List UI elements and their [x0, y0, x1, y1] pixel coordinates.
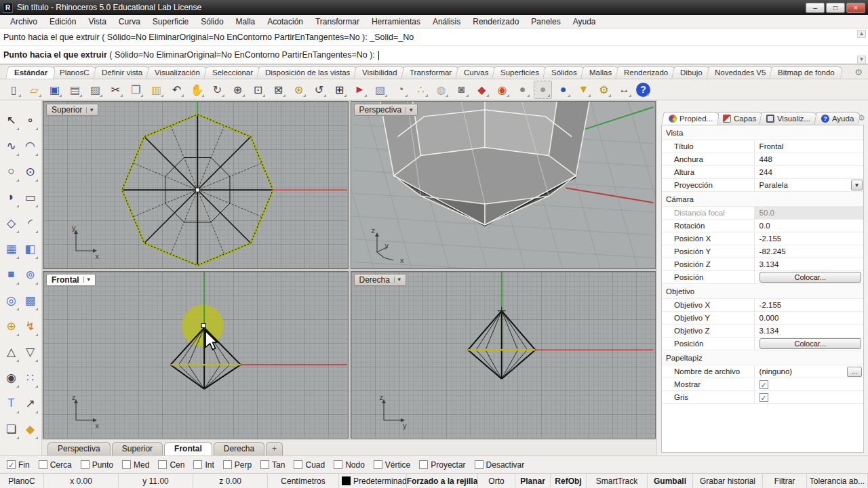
toolbar-tab[interactable]: Mallas: [580, 66, 620, 79]
chevron-down-icon[interactable]: ▼: [83, 277, 94, 283]
objetivo-x-value[interactable]: -2.155: [755, 299, 863, 311]
osnap-item[interactable]: Nodo: [334, 460, 365, 470]
statusbar-cell[interactable]: Predeterminada: [339, 474, 407, 488]
osnap-checkbox[interactable]: [419, 460, 428, 469]
gears-icon[interactable]: ⚙: [595, 81, 612, 98]
fillet-curve-icon[interactable]: ◜: [21, 210, 40, 236]
toolbar-tab[interactable]: Disposición de las vistas: [256, 66, 359, 79]
toolbar-tab[interactable]: Renderizado: [615, 66, 677, 79]
toolbar-tab[interactable]: Definir vista: [93, 66, 151, 79]
menu-item[interactable]: Renderizado: [467, 16, 525, 28]
browse-button[interactable]: ...: [847, 367, 862, 377]
viewport-frontal-label[interactable]: Frontal▼: [46, 274, 96, 286]
color-wheel-icon[interactable]: ◉: [494, 81, 511, 98]
toolbar-tab[interactable]: Curvas: [455, 66, 497, 79]
viewport-frontal[interactable]: Frontal▼: [43, 271, 349, 439]
text-icon[interactable]: T: [2, 390, 21, 416]
osnap-item[interactable]: Fin: [7, 460, 30, 470]
scroll-up-icon[interactable]: ▲: [857, 30, 866, 38]
gris-checkbox[interactable]: [760, 393, 768, 402]
rotate-view-icon[interactable]: ↻: [209, 81, 226, 98]
osnap-item[interactable]: Cuad: [294, 460, 325, 470]
undo-icon[interactable]: ↶: [168, 81, 185, 98]
close-button[interactable]: ×: [846, 3, 865, 13]
archivo-value[interactable]: (ninguno)...: [755, 365, 863, 378]
blend-icon[interactable]: ◉: [2, 365, 21, 390]
titulo-value[interactable]: Frontal: [755, 140, 863, 152]
statusbar-cell[interactable]: Orto: [478, 474, 515, 488]
viewport-tab[interactable]: Perspectiva: [47, 442, 111, 455]
menu-item[interactable]: Edición: [43, 16, 82, 28]
save-icon[interactable]: ▣: [46, 81, 63, 98]
points-layout-icon[interactable]: ∴: [412, 81, 429, 98]
chevron-down-icon[interactable]: ▼: [86, 107, 96, 113]
osnap-checkbox[interactable]: [81, 460, 90, 469]
lock-icon[interactable]: ◙: [453, 81, 470, 98]
sphere-shaded-icon[interactable]: ●: [534, 81, 551, 98]
menu-item[interactable]: Ayuda: [567, 16, 602, 28]
osnap-checkbox[interactable]: [158, 460, 167, 469]
menu-item[interactable]: Herramientas: [366, 16, 427, 28]
command-prompt-options[interactable]: ( Sólido=No EliminarOriginal=No EnContor…: [107, 50, 377, 60]
menu-item[interactable]: Sólido: [195, 16, 229, 28]
osnap-checkbox[interactable]: [475, 460, 484, 469]
tab-propiedades[interactable]: Propied...: [661, 112, 720, 125]
menu-item[interactable]: Acotación: [261, 16, 309, 28]
arc-icon[interactable]: ◗: [2, 184, 21, 210]
open-folder-icon[interactable]: ▱: [26, 81, 43, 98]
statusbar-cell[interactable]: Filtrar: [763, 474, 807, 488]
rectangle-icon[interactable]: ▭: [21, 184, 40, 210]
osnap-item[interactable]: Int: [193, 460, 214, 470]
statusbar-cell[interactable]: z 0.00: [193, 474, 268, 488]
objetivo-z-value[interactable]: 3.134: [755, 325, 863, 337]
statusbar-cell[interactable]: y 11.00: [119, 474, 193, 488]
altura-value[interactable]: 244: [755, 166, 863, 178]
statusbar-cell[interactable]: Tolerancia ab...: [807, 474, 868, 488]
torus-icon[interactable]: ◎: [2, 287, 21, 313]
point-icon[interactable]: ∘: [21, 107, 40, 133]
car-icon[interactable]: ►: [351, 81, 368, 98]
viewport-superior[interactable]: Superior▼: [43, 101, 349, 269]
osnap-checkbox[interactable]: [7, 460, 16, 469]
toolbar-tab[interactable]: Estándar: [5, 66, 56, 79]
polygon-icon[interactable]: ◇: [2, 210, 21, 236]
tab-visualizacion[interactable]: Visualiz...: [760, 112, 818, 125]
statusbar-cell[interactable]: Grabar historial: [693, 474, 763, 488]
zoom-extents-icon[interactable]: ⊠: [270, 81, 287, 98]
zoom-icon[interactable]: ⊕: [229, 81, 246, 98]
trim-icon[interactable]: △: [2, 339, 21, 365]
zoom-window-icon[interactable]: ⊡: [250, 81, 267, 98]
toolbar-tab[interactable]: PlanosC: [51, 66, 98, 79]
osnap-checkbox[interactable]: [334, 460, 342, 469]
split-icon[interactable]: ▽: [21, 339, 40, 365]
menu-item[interactable]: Vista: [82, 16, 112, 28]
cplane-icon[interactable]: ▧: [372, 81, 389, 98]
statusbar-cell[interactable]: Gumball: [648, 474, 693, 488]
box-icon[interactable]: ■: [2, 262, 21, 287]
viewport-derecha[interactable]: Derecha▼: [351, 271, 656, 439]
osnap-item[interactable]: Vértice: [374, 460, 410, 470]
circle-axis-icon[interactable]: ◔: [392, 81, 409, 98]
command-prompt-line[interactable]: Punto hacia el que extruir ( Sólido=No E…: [0, 46, 868, 64]
osnap-checkbox[interactable]: [260, 460, 269, 469]
move-icon[interactable]: ↗: [21, 390, 40, 416]
command-scrollbar[interactable]: ▲▼: [856, 30, 867, 64]
viewport-derecha-label[interactable]: Derecha▼: [354, 274, 406, 286]
cut-icon[interactable]: ✂: [107, 81, 124, 98]
statusbar-cell[interactable]: Planar: [515, 474, 551, 488]
osnap-item[interactable]: Cen: [158, 460, 184, 470]
statusbar-cell[interactable]: SmartTrack: [587, 474, 648, 488]
posicion-z-value[interactable]: 3.134: [755, 258, 863, 270]
toolbar-tab[interactable]: Visibilidad: [353, 66, 406, 79]
explode-icon[interactable]: ↯: [21, 313, 40, 339]
new-file-icon[interactable]: ▯: [5, 81, 22, 98]
osnap-item[interactable]: Cerca: [39, 460, 72, 470]
osnap-item[interactable]: Tan: [260, 460, 285, 470]
points-grid-icon[interactable]: ∷: [21, 365, 40, 390]
mesh-icon[interactable]: ▩: [21, 287, 40, 313]
gear-icon[interactable]: ⚙: [854, 67, 863, 77]
osnap-checkbox[interactable]: [223, 460, 232, 469]
polyline-icon[interactable]: ∿: [2, 133, 21, 159]
cone-icon[interactable]: ▼: [575, 81, 592, 98]
rotacion-value[interactable]: 0.0: [755, 220, 863, 232]
